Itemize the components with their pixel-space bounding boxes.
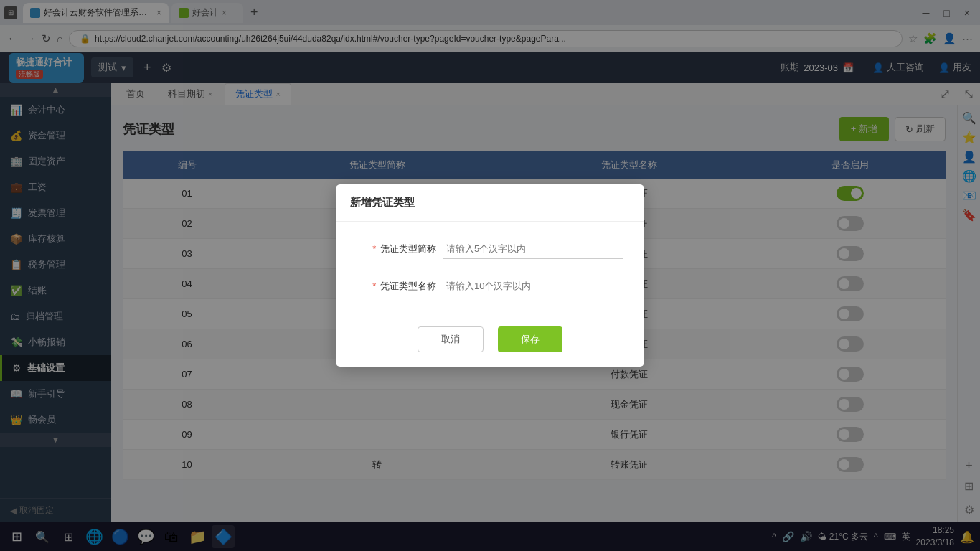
modal-body: * 凭证类型简称 * 凭证类型名称 bbox=[336, 222, 644, 318]
save-button[interactable]: 保存 bbox=[498, 326, 562, 352]
abbr-input[interactable] bbox=[443, 239, 623, 259]
modal-header: 新增凭证类型 bbox=[336, 184, 644, 222]
name-required-star: * bbox=[372, 281, 376, 291]
modal-footer: 取消 保存 bbox=[336, 318, 644, 367]
abbr-label: * 凭证类型简称 bbox=[357, 242, 443, 255]
abbr-required-star: * bbox=[372, 243, 376, 254]
modal-overlay: 新增凭证类型 * 凭证类型简称 * 凭证类型名称 取消 保存 bbox=[0, 0, 980, 551]
form-row-name: * 凭证类型名称 bbox=[357, 276, 623, 296]
cancel-button[interactable]: 取消 bbox=[418, 326, 484, 352]
name-input[interactable] bbox=[443, 276, 623, 296]
modal-title: 新增凭证类型 bbox=[350, 196, 415, 209]
name-label: * 凭证类型名称 bbox=[357, 280, 443, 293]
form-row-abbr: * 凭证类型简称 bbox=[357, 239, 623, 259]
modal-dialog: 新增凭证类型 * 凭证类型简称 * 凭证类型名称 取消 保存 bbox=[336, 184, 644, 367]
